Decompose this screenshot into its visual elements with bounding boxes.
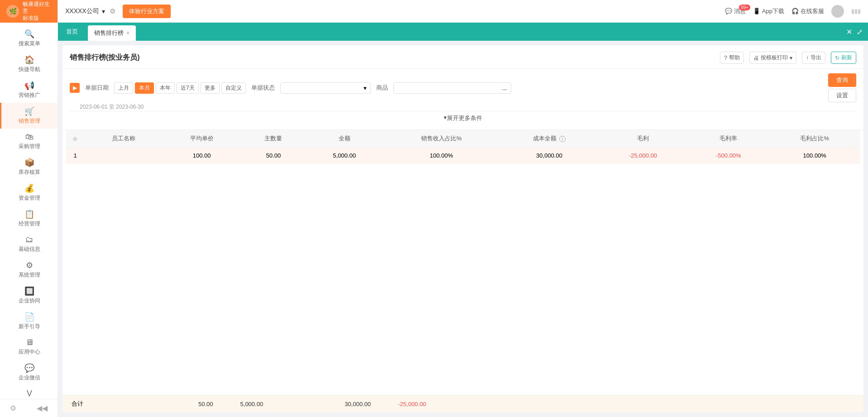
cell-0-0: 1: [66, 148, 84, 164]
cell-0-6: 30,000.00: [500, 148, 599, 164]
company-selector[interactable]: XXXXX公司 ▾: [65, 7, 105, 15]
help-icon: ?: [724, 55, 727, 61]
expand-label: 展开更多条件: [447, 114, 482, 122]
message-badge: 99+: [739, 5, 750, 10]
col-header-0: ☆: [66, 130, 84, 148]
sidebar-label-11: 新手引导: [19, 323, 40, 331]
table-area: ☆员工名称平均单价主数量全额销售收入占比%成本全额 i毛利毛利率毛利占比% 11…: [62, 130, 863, 395]
online-service-button[interactable]: 🎧 在线客服: [791, 7, 824, 15]
date-label: 单据日期: [85, 84, 109, 92]
sidebar-item-6[interactable]: 💰 资金管理: [0, 180, 58, 206]
logo-line2: 标准版: [23, 15, 52, 22]
window-expand-icon[interactable]: ⤢: [857, 28, 863, 36]
date-btn-this-month[interactable]: 本月: [135, 82, 154, 94]
company-name: XXXXX公司: [65, 7, 99, 15]
sidebar-item-12[interactable]: 🖥 应用中心: [0, 334, 58, 359]
table-footer: 合计 50.00 5,000.00 30,000.00 -25,000.00: [62, 395, 863, 412]
filter-toggle-icon[interactable]: ▶: [70, 83, 80, 93]
message-button[interactable]: 💬 消息 99+: [725, 7, 746, 15]
collapse-icon[interactable]: ◀◀: [37, 404, 48, 412]
status-chevron-icon: ▾: [364, 85, 367, 91]
settings-button[interactable]: 设置: [828, 89, 856, 102]
table-header: ☆员工名称平均单价主数量全额销售收入占比%成本全额 i毛利毛利率毛利占比%: [66, 130, 860, 148]
date-btn-more[interactable]: 更多: [201, 82, 220, 94]
sidebar-label-3: 销售管理: [19, 117, 40, 125]
print-button[interactable]: 🖨 按模板打印 ▾: [749, 52, 796, 64]
query-button[interactable]: 查询: [828, 73, 856, 87]
date-btn-last-month[interactable]: 上月: [114, 82, 133, 94]
info-icon[interactable]: i: [559, 136, 566, 142]
status-select[interactable]: ▾: [280, 82, 371, 94]
sidebar-label-8: 基础信息: [19, 245, 40, 253]
logo-icon: 🌿: [5, 4, 20, 19]
sidebar-item-7[interactable]: 📋 经营管理: [0, 206, 58, 231]
date-buttons: 上月 本月 本年 近7天 更多 自定义: [114, 82, 246, 94]
sidebar-item-1[interactable]: 🏠 快捷导航: [0, 51, 58, 77]
sidebar-item-10[interactable]: 🔲 企业协同: [0, 283, 58, 308]
expand-icon: ▾: [444, 114, 447, 122]
tab-home[interactable]: 首页: [58, 23, 86, 41]
sidebar-item-5[interactable]: 📦 库存核算: [0, 154, 58, 180]
sidebar-icon-5: 📦: [24, 158, 34, 168]
sidebar-icon-1: 🏠: [24, 55, 34, 65]
export-icon: ↑: [806, 55, 809, 61]
refresh-button[interactable]: ↻ 刷新: [831, 52, 856, 64]
sidebar-item-8[interactable]: 🗂 基础信息: [0, 231, 58, 257]
sidebar-label-12: 应用中心: [19, 348, 40, 356]
goods-select[interactable]: ...: [393, 82, 511, 94]
app-download-button[interactable]: 📱 App下载: [753, 7, 784, 15]
filter-area: ▶ 单据日期 上月 本月 本年 近7天 更多 自定义 单据状态: [62, 69, 863, 130]
col-header-4: 全额: [306, 130, 383, 148]
col-header-5: 销售收入占比%: [383, 130, 500, 148]
col-header-2: 平均单价: [163, 130, 241, 148]
help-button[interactable]: ? 帮助: [720, 52, 744, 64]
expand-more-row[interactable]: ▾ 展开更多条件: [70, 111, 856, 125]
print-chevron-icon: ▾: [790, 55, 792, 61]
user-avatar[interactable]: [831, 5, 844, 18]
topbar: XXXXX公司 ▾ ⚙ 体验行业方案 💬 消息 99+ 📱 App下载 🎧 在线…: [58, 0, 868, 23]
sidebar-item-9[interactable]: ⚙ 系统管理: [0, 257, 58, 283]
header-row: ☆员工名称平均单价主数量全额销售收入占比%成本全额 i毛利毛利率毛利占比%: [66, 130, 860, 148]
sidebar-item-14[interactable]: V 畅会员: [0, 385, 58, 399]
sidebar-item-3[interactable]: 🛒 销售管理: [0, 103, 58, 129]
sidebar-item-0[interactable]: 🔍 搜索菜单: [0, 25, 58, 51]
sales-ranking-table: ☆员工名称平均单价主数量全额销售收入占比%成本全额 i毛利毛利率毛利占比% 11…: [66, 130, 860, 164]
date-btn-custom[interactable]: 自定义: [221, 82, 246, 94]
table-body: 1100.0050.005,000.00100.00%30,000.00-25,…: [66, 148, 860, 164]
sidebar-item-4[interactable]: 🛍 采购管理: [0, 129, 58, 154]
service-label: 在线客服: [801, 7, 824, 15]
cell-0-7: -25,000.00: [599, 148, 687, 164]
cell-0-3: 50.00: [241, 148, 306, 164]
sidebar-label-6: 资金管理: [19, 194, 40, 202]
filter-row-1: ▶ 单据日期 上月 本月 本年 近7天 更多 自定义 单据状态: [70, 73, 856, 102]
sidebar-item-13[interactable]: 💬 企业微信: [0, 359, 58, 385]
sidebar-icon-13: 💬: [24, 363, 34, 373]
sidebar-label-2: 营销推广: [19, 91, 40, 99]
total-amount: 5,000.00: [240, 401, 264, 407]
col-header-6: 成本全额 i: [500, 130, 599, 148]
trial-button[interactable]: 体验行业方案: [123, 5, 171, 18]
gear-icon[interactable]: ⚙: [110, 7, 115, 15]
date-range-display: 2023-06-01 至 2023-06-30: [80, 103, 856, 111]
date-btn-this-year[interactable]: 本年: [156, 82, 175, 94]
goods-label: 商品: [376, 84, 388, 92]
window-close-icon[interactable]: ✕: [846, 28, 852, 36]
export-button[interactable]: ↑ 导出: [802, 52, 825, 64]
settings-footer-icon[interactable]: ⚙: [10, 404, 16, 412]
page-header: 销售排行榜(按业务员) ? 帮助 🖨 按模板打印 ▾ ↑ 导出: [62, 45, 863, 69]
sidebar-icon-9: ⚙: [26, 260, 33, 270]
cell-0-8: -500.00%: [687, 148, 769, 164]
cell-0-9: 100.00%: [770, 148, 860, 164]
sidebar-item-2[interactable]: 📢 营销推广: [0, 77, 58, 103]
sidebar-item-11[interactable]: 📄 新手引导: [0, 308, 58, 334]
date-btn-last7days[interactable]: 近7天: [177, 82, 199, 94]
filter-actions: 查询 设置: [828, 73, 856, 102]
tab-sales-ranking[interactable]: 销售排行榜 ×: [88, 25, 136, 41]
sidebar-icon-12: 🖥: [25, 338, 34, 347]
goods-ellipsis: ...: [502, 85, 507, 91]
page-actions: ? 帮助 🖨 按模板打印 ▾ ↑ 导出 ↻ 刷新: [720, 52, 856, 64]
logo-line1: 畅康通好生意: [23, 1, 52, 15]
tab-close-icon[interactable]: ×: [126, 30, 129, 36]
sidebar-icon-3: 🛒: [24, 106, 34, 116]
refresh-icon: ↻: [835, 55, 839, 61]
